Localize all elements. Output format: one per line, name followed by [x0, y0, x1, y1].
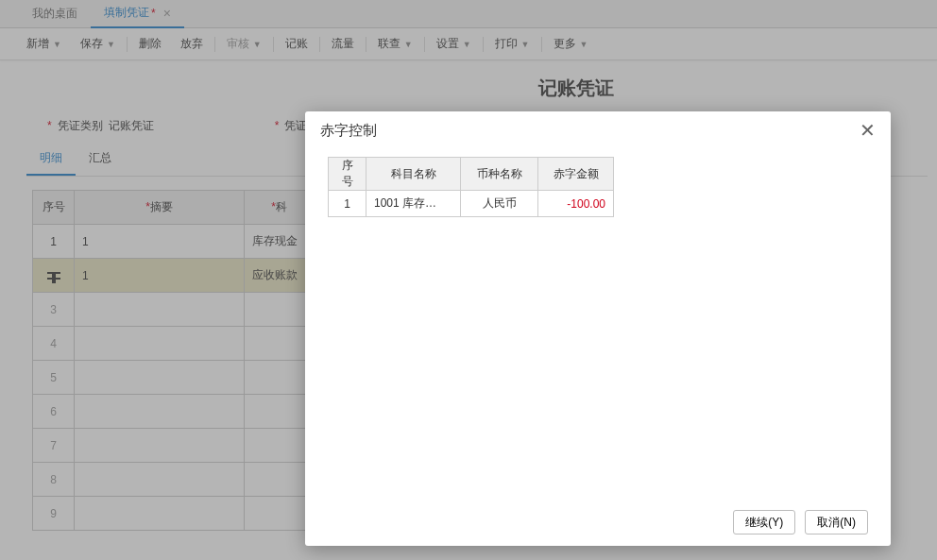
cell-num: 1: [329, 191, 366, 217]
col-amount-header: 赤字金额: [538, 158, 614, 191]
deficit-table: 序号 科目名称 币种名称 赤字金额 1 1001 库存… 人民币 -100.00: [328, 157, 614, 217]
dialog-footer: 继续(Y) 取消(N): [305, 499, 891, 546]
cancel-label: 取消(N): [817, 516, 856, 529]
cell-currency: 人民币: [461, 191, 538, 217]
continue-label: 继续(Y): [745, 516, 783, 529]
continue-button[interactable]: 继续(Y): [733, 510, 795, 535]
dialog-body: 序号 科目名称 币种名称 赤字金额 1 1001 库存… 人民币 -100.00: [305, 149, 891, 499]
table-header-row: 序号 科目名称 币种名称 赤字金额: [329, 158, 614, 191]
cancel-button[interactable]: 取消(N): [805, 510, 868, 535]
table-row: 1 1001 库存… 人民币 -100.00: [329, 191, 614, 217]
col-num-header: 序号: [329, 158, 366, 191]
cell-name: 1001 库存…: [366, 191, 461, 217]
dialog-title: 赤字控制: [320, 122, 377, 140]
close-icon[interactable]: ✕: [860, 121, 876, 140]
deficit-control-dialog: 赤字控制 ✕ 序号 科目名称 币种名称 赤字金额 1 1001 库存… 人民币 …: [305, 111, 891, 546]
dialog-header: 赤字控制 ✕: [305, 111, 891, 149]
col-currency-header: 币种名称: [461, 158, 538, 191]
cell-amount: -100.00: [538, 191, 614, 217]
col-name-header: 科目名称: [366, 158, 461, 191]
